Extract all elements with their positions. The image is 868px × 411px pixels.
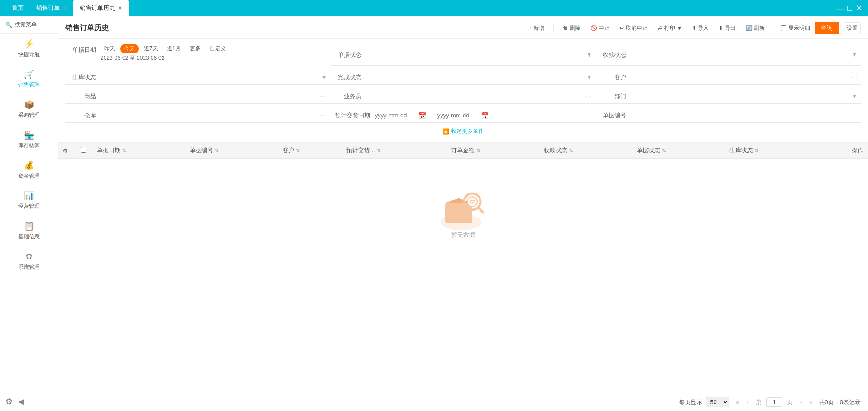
delivery-date-to[interactable]: [437, 112, 478, 119]
customer-dots-icon[interactable]: ···: [851, 73, 857, 82]
select-all-checkbox[interactable]: [81, 147, 86, 153]
receipt-status-dropdown-icon[interactable]: ▼: [852, 52, 857, 58]
tab-sales-order-label: 销售订单: [36, 4, 60, 12]
sidebar-item-inventory[interactable]: 🏪 库存核算: [0, 125, 58, 155]
sidebar-item-purchase-mgmt[interactable]: 📦 采购管理: [0, 94, 58, 125]
prev-page-btn[interactable]: ‹: [744, 398, 751, 406]
sidebar-settings-icon[interactable]: ⚙: [5, 396, 13, 406]
sidebar-item-inventory-label: 库存核算: [18, 142, 40, 150]
th-settings: ⚙: [58, 143, 76, 159]
no-sort-icon[interactable]: ⇅: [215, 148, 219, 153]
collapse-bar[interactable]: 🔼 收起更多条件: [65, 126, 861, 137]
delivery-date-control: 📅 — 📅: [375, 112, 592, 119]
delivery-sort-icon[interactable]: ⇅: [377, 148, 381, 153]
date-btn-more[interactable]: 更多: [186, 44, 204, 53]
print-dropdown-icon: ▼: [677, 25, 682, 31]
print-button[interactable]: 🖨 打印 ▼: [655, 23, 685, 34]
filter-row-1: 单据日期 昨天 今天 近7天 近1月 更多 自定义 2023-06-02 至 2…: [65, 44, 861, 66]
last-page-btn[interactable]: »: [806, 398, 815, 406]
settings-icon[interactable]: ⚙: [62, 147, 68, 154]
svg-rect-1: [445, 203, 472, 223]
delivery-date-from[interactable]: [375, 112, 416, 119]
page-nav: « ‹ 第 页 › »: [733, 397, 815, 407]
operation-icon: 📊: [24, 191, 34, 201]
sidebar-item-quick-nav[interactable]: ⚡ 快捷导航: [0, 34, 58, 64]
th-date: 单据日期 ⇅: [92, 143, 185, 159]
tab-sales-order-history[interactable]: 销售订单历史 ✕: [73, 0, 129, 16]
sales-rep-dots-icon[interactable]: ···: [586, 92, 592, 101]
finance-icon: 💰: [24, 160, 34, 170]
toolbar-divider-2: [774, 24, 774, 32]
completion-status-control: ▼: [366, 74, 592, 81]
show-detail-checkbox-label[interactable]: 显示明细: [781, 24, 810, 32]
show-detail-checkbox[interactable]: [781, 25, 786, 31]
amount-sort-icon[interactable]: ⇅: [476, 148, 480, 153]
completion-status-dropdown-icon[interactable]: ▼: [586, 74, 592, 81]
sidebar-item-operation[interactable]: 📊 经营管理: [0, 185, 58, 216]
tab-sales-order-history-close[interactable]: ✕: [118, 5, 122, 11]
tab-sales-order[interactable]: 销售订单 ✕: [30, 0, 73, 16]
main-layout: 🔍 搜索菜单 ⚡ 快捷导航 🛒 销售管理 📦 采购管理 🏪 库存核算 💰 资金管…: [0, 16, 868, 411]
sidebar-item-sys-mgmt[interactable]: ⚙ 系统管理: [0, 246, 58, 276]
date-btn-today[interactable]: 今天: [120, 44, 139, 53]
query-button[interactable]: 查询: [815, 22, 839, 34]
top-bar: 首页 销售订单 ✕ 销售订单历史 ✕ — □ ✕: [0, 0, 868, 16]
new-button[interactable]: + 新增: [526, 23, 547, 34]
cancel-stop-button[interactable]: ↩ 取消中止: [617, 23, 650, 34]
page-number-input[interactable]: [766, 397, 782, 407]
maximize-btn[interactable]: □: [847, 4, 852, 13]
th-outbound-status: 出库状态 ⇅: [725, 143, 818, 159]
date-range-display: 2023-06-02 至 2023-06-02: [101, 54, 327, 62]
refresh-button[interactable]: 🔄 刷新: [743, 23, 767, 34]
sidebar-item-finance[interactable]: 💰 资金管理: [0, 155, 58, 185]
close-btn[interactable]: ✕: [856, 3, 863, 13]
outbound-status-sort-icon[interactable]: ⇅: [754, 148, 758, 153]
delete-button[interactable]: 🗑 删除: [560, 23, 583, 34]
order-no-control: [631, 112, 857, 119]
date-btn-1month[interactable]: 近1月: [163, 44, 185, 53]
page-title: 销售订单历史: [65, 24, 109, 33]
empty-text: 暂无数据: [451, 231, 475, 239]
next-page-btn[interactable]: ›: [797, 398, 805, 406]
order-no-input[interactable]: [631, 112, 857, 119]
warehouse-label: 仓库: [69, 111, 101, 120]
department-filter-cell: 部门 ▼: [595, 89, 861, 104]
export-button[interactable]: ⬆ 导出: [716, 23, 738, 34]
th-customer-label: 客户: [283, 147, 294, 154]
query-btn-label: 查询: [821, 24, 833, 32]
department-dropdown-icon[interactable]: ▼: [852, 93, 857, 100]
calendar-from-icon[interactable]: 📅: [418, 112, 426, 119]
date-btn-7days[interactable]: 近7天: [140, 44, 162, 53]
date-btn-yesterday[interactable]: 昨天: [101, 44, 119, 53]
receipt-status-sort-icon[interactable]: ⇅: [569, 148, 573, 153]
settings-button[interactable]: 设置: [844, 22, 861, 34]
receipt-status-label: 收款状态: [599, 51, 631, 59]
delivery-date-filter-cell: 预计交货日期 📅 — 📅: [331, 108, 596, 123]
tab-sales-order-close[interactable]: ✕: [62, 5, 67, 11]
sidebar-collapse-icon[interactable]: ◀: [18, 396, 24, 406]
minimize-btn[interactable]: —: [835, 4, 844, 13]
sales-rep-filter-cell: 业务员 ···: [331, 89, 596, 104]
tab-home[interactable]: 首页: [5, 0, 30, 16]
customer-sort-icon[interactable]: ⇅: [296, 148, 300, 153]
warehouse-dots-icon[interactable]: ···: [321, 111, 326, 120]
product-dots-icon[interactable]: ···: [321, 92, 326, 101]
calendar-to-icon[interactable]: 📅: [481, 112, 489, 119]
tab-home-label: 首页: [12, 4, 24, 12]
import-button[interactable]: ⬇ 导入: [689, 23, 711, 34]
sales-rep-label: 业务员: [334, 92, 366, 101]
date-sort-icon[interactable]: ⇅: [122, 148, 126, 153]
sidebar-item-basic-info[interactable]: 📋 基础信息: [0, 216, 58, 246]
th-customer: 客户 ⇅: [278, 143, 342, 159]
page-size-select[interactable]: 50 10 20 100: [706, 397, 729, 407]
bill-status-sort-icon[interactable]: ⇅: [662, 148, 666, 153]
date-btn-custom[interactable]: 自定义: [206, 44, 230, 53]
sidebar-item-sales-mgmt[interactable]: 🛒 销售管理: [0, 64, 58, 94]
stop-button[interactable]: 🚫 中止: [588, 23, 612, 34]
customer-filter-label: 客户: [599, 73, 631, 82]
quick-nav-icon: ⚡: [24, 39, 34, 49]
bill-status-dropdown-icon[interactable]: ▼: [586, 52, 592, 58]
outbound-status-dropdown-icon[interactable]: ▼: [321, 74, 327, 81]
sidebar-search[interactable]: 🔍 搜索菜单: [0, 16, 58, 34]
first-page-btn[interactable]: «: [733, 398, 742, 406]
